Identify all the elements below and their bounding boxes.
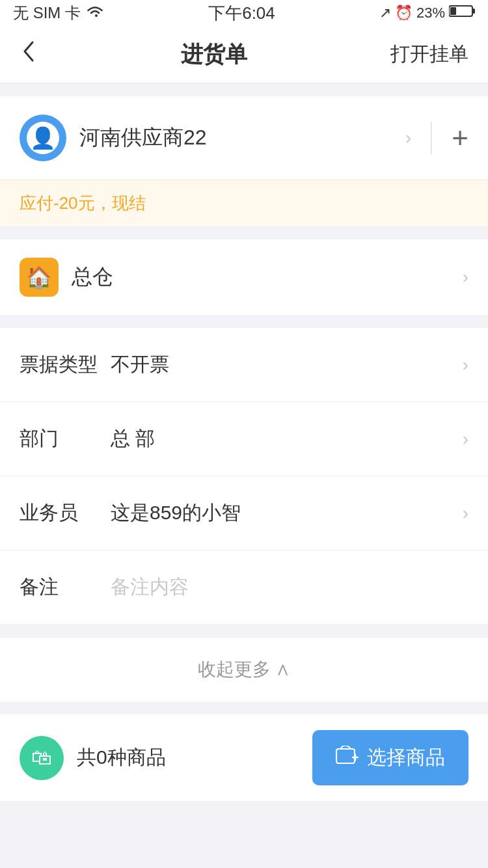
department-label: 部门 <box>20 426 111 452</box>
remark-label: 备注 <box>20 574 111 601</box>
svg-rect-2 <box>450 7 456 15</box>
invoice-type-value: 不开票 <box>111 351 456 378</box>
svg-rect-3 <box>336 749 355 763</box>
product-count: 共0种商品 <box>77 744 299 771</box>
divider <box>431 122 432 154</box>
nav-bar: 进货单 打开挂单 <box>0 26 488 83</box>
warehouse-icon: 🏠 <box>20 258 59 297</box>
user-icon: 👤 <box>30 126 56 150</box>
collapse-label: 收起更多 ∧ <box>198 657 291 682</box>
department-chevron-icon: › <box>463 429 468 450</box>
form-section: 票据类型 不开票 › 部门 总 部 › 业务员 这是859的小智 › 备注 备注… <box>0 328 488 624</box>
battery-text: 23% <box>416 5 445 21</box>
back-button[interactable] <box>20 37 38 72</box>
battery-icon <box>449 5 475 21</box>
salesperson-chevron-icon: › <box>463 503 468 524</box>
remark-row[interactable]: 备注 备注内容 <box>0 550 488 624</box>
product-icon: 🛍 <box>20 736 64 780</box>
supplier-avatar: 👤 <box>20 115 66 161</box>
salesperson-row[interactable]: 业务员 这是859的小智 › <box>0 476 488 550</box>
location-icon: ↗ <box>379 5 391 21</box>
select-product-label: 选择商品 <box>367 744 445 771</box>
select-product-button[interactable]: 选择商品 <box>312 730 468 785</box>
status-bar: 无 SIM 卡 下午6:04 ↗ ⏰ 23% <box>0 0 488 26</box>
invoice-type-label: 票据类型 <box>20 351 111 378</box>
page-title: 进货单 <box>181 40 247 70</box>
open-pending-button[interactable]: 打开挂单 <box>390 41 468 68</box>
department-value: 总 部 <box>111 426 456 452</box>
status-right: ↗ ⏰ 23% <box>379 5 475 21</box>
supplier-chevron-icon: › <box>405 128 411 148</box>
select-product-icon <box>336 746 359 770</box>
status-time: 下午6:04 <box>208 2 275 25</box>
status-left: 无 SIM 卡 <box>13 3 104 23</box>
warehouse-name: 总仓 <box>72 263 463 292</box>
collapse-row[interactable]: 收起更多 ∧ <box>0 637 488 701</box>
svg-rect-1 <box>472 8 475 14</box>
warehouse-row[interactable]: 🏠 总仓 › <box>0 239 488 315</box>
salesperson-value: 这是859的小智 <box>111 500 456 526</box>
wifi-icon <box>86 4 104 22</box>
notice-text: 应付-20元，现结 <box>20 193 146 213</box>
supplier-name: 河南供应商22 <box>79 124 405 152</box>
notice-bar: 应付-20元，现结 <box>0 180 488 226</box>
page-background <box>0 801 488 868</box>
invoice-type-row[interactable]: 票据类型 不开票 › <box>0 328 488 402</box>
add-button[interactable]: + <box>452 122 468 154</box>
warehouse-chevron-icon: › <box>463 267 468 288</box>
signal-icon: 无 SIM 卡 <box>13 3 81 23</box>
supplier-section: 👤 河南供应商22 › + 应付-20元，现结 <box>0 96 488 226</box>
salesperson-label: 业务员 <box>20 500 111 526</box>
gap-1 <box>0 83 488 96</box>
department-row[interactable]: 部门 总 部 › <box>0 402 488 476</box>
bottom-bar: 🛍 共0种商品 选择商品 <box>0 714 488 801</box>
remark-placeholder: 备注内容 <box>111 574 468 601</box>
home-icon: 🏠 <box>26 265 52 290</box>
alarm-icon: ⏰ <box>395 5 413 21</box>
invoice-chevron-icon: › <box>463 355 468 375</box>
supplier-row[interactable]: 👤 河南供应商22 › + <box>0 96 488 180</box>
cart-icon: 🛍 <box>31 746 52 770</box>
